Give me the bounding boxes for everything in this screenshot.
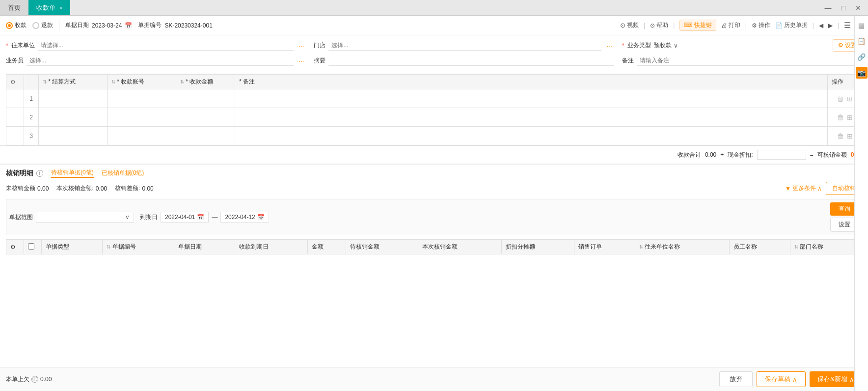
verify-info-icon[interactable]: i bbox=[36, 170, 43, 177]
toolbar: 收款 退款 单据日期 2023-03-24 📅 单据编号 SK-20230324… bbox=[0, 16, 868, 35]
history-btn[interactable]: 📄 历史单据 bbox=[775, 21, 808, 29]
row2-copy-icon[interactable]: ⊞ bbox=[847, 113, 853, 121]
filter-range-select[interactable]: ∨ bbox=[36, 212, 134, 223]
row1-copy-icon[interactable]: ⊞ bbox=[847, 95, 853, 103]
row1-settlement[interactable] bbox=[39, 89, 108, 108]
row2-settlement[interactable] bbox=[39, 108, 108, 127]
partner-input[interactable] bbox=[38, 40, 294, 51]
row1-account[interactable] bbox=[108, 89, 176, 108]
salesman-more-btn[interactable]: ··· bbox=[297, 57, 306, 65]
row2-delete-icon[interactable]: 🗑 bbox=[837, 113, 844, 121]
sub-th-discount-label: 折扣分摊额 bbox=[506, 243, 535, 250]
radio-collection[interactable]: 收款 bbox=[6, 21, 27, 29]
operation-btn[interactable]: ⚙ 操作 bbox=[752, 21, 770, 29]
remark-field: 备注 bbox=[622, 56, 862, 66]
business-type-select[interactable]: 预收款 ∨ bbox=[654, 41, 830, 50]
window-min-btn[interactable]: — bbox=[822, 3, 835, 13]
video-icon: ⊙ bbox=[620, 22, 625, 29]
save-draft-btn[interactable]: 保存草稿 ∧ bbox=[757, 371, 806, 387]
tab-collection[interactable]: 收款单 × bbox=[28, 0, 70, 15]
sub-gear-icon: ⚙ bbox=[10, 244, 16, 251]
sub-th-sales-order: 销售订单 bbox=[574, 240, 635, 254]
list-view-btn[interactable]: ☰ bbox=[844, 21, 851, 30]
row3-amount[interactable] bbox=[176, 127, 235, 145]
row2-remark[interactable] bbox=[235, 108, 828, 127]
verify-tab-pending[interactable]: 待核销单据(0笔) bbox=[51, 168, 94, 178]
save-new-label: 保存&新增 bbox=[817, 375, 847, 384]
sub-th-number-label: 单据编号 bbox=[112, 243, 136, 250]
row3-account[interactable] bbox=[108, 127, 176, 145]
sub-th-due-date: 收款到期日 bbox=[235, 240, 307, 254]
summary-input[interactable] bbox=[328, 56, 614, 66]
row1-amount[interactable] bbox=[176, 89, 235, 108]
type-radio-group: 收款 退款 bbox=[6, 21, 53, 29]
more-conditions-btn[interactable]: ▼ 更多条件 ∧ bbox=[785, 184, 822, 193]
th-settings[interactable]: ⚙ bbox=[6, 75, 24, 89]
abandon-btn[interactable]: 放弃 bbox=[719, 371, 753, 387]
filter-date-start-picker[interactable]: 2022-04-01 📅 bbox=[161, 212, 209, 223]
help-btn[interactable]: ⊙ 帮助 bbox=[650, 21, 668, 29]
nav-left-btn[interactable]: ◀ bbox=[819, 22, 823, 29]
filter-date-end-picker[interactable]: 2022-04-12 📅 bbox=[220, 212, 269, 223]
verify-header-row: ⚙ 单据类型 ⇅ 单据编号 单据日期 bbox=[6, 240, 862, 254]
row1-remark[interactable] bbox=[235, 89, 828, 108]
table-row: 1 🗑 ⊞ bbox=[6, 89, 862, 108]
sub-th-current-label: 本次核销金额 bbox=[422, 243, 458, 250]
discount-input[interactable] bbox=[757, 150, 806, 160]
verify-tab-done[interactable]: 已核销单据(0笔) bbox=[102, 169, 144, 177]
row3-settlement[interactable] bbox=[39, 127, 108, 145]
remark-input[interactable] bbox=[637, 56, 862, 66]
verify-section: 核销明细 i 待核销单据(0笔) 已核销单据(0笔) 未核销金额 0.00 本次… bbox=[0, 164, 868, 367]
toolbar-right-actions: ⊙ 视频 | ⊙ 帮助 | ⌨ 快捷键 🖨 打印 | ⚙ 操作 bbox=[620, 20, 862, 31]
filter-range-arrow: ∨ bbox=[125, 214, 130, 221]
stat-unverified: 未核销金额 0.00 bbox=[6, 184, 49, 193]
draft-arrow-icon: ∧ bbox=[792, 376, 797, 383]
verify-title-text: 核销明细 bbox=[6, 169, 33, 178]
th-settlement: ⇅ * 结算方式 bbox=[39, 75, 108, 89]
sub-th-settings[interactable]: ⚙ bbox=[6, 240, 24, 254]
th-remark: * 备注 bbox=[235, 75, 828, 89]
tab-home-label: 首页 bbox=[8, 3, 21, 12]
sidebar-doc-icon[interactable]: 📋 bbox=[856, 35, 868, 47]
remark-label: 备注 bbox=[622, 56, 634, 65]
sidebar-table-icon[interactable]: ▦ bbox=[856, 20, 868, 31]
sub-th-current: 本次核销金额 bbox=[418, 240, 502, 254]
partner-more-btn[interactable]: ··· bbox=[297, 42, 306, 50]
tab-close-icon[interactable]: × bbox=[59, 5, 62, 11]
nav-right-btn[interactable]: ▶ bbox=[828, 22, 833, 29]
radio-refund-dot bbox=[32, 22, 39, 29]
window-max-btn[interactable]: □ bbox=[839, 3, 848, 13]
date-label: 单据日期 bbox=[65, 21, 89, 29]
th-remark-label: * 备注 bbox=[239, 78, 255, 85]
tab-home[interactable]: 首页 bbox=[0, 0, 28, 15]
number-value[interactable]: SK-20230324-001 bbox=[164, 22, 212, 29]
sidebar-link-icon[interactable]: 🔗 bbox=[856, 51, 868, 63]
verify-tab-done-label: 已核销单据(0笔) bbox=[102, 169, 144, 176]
radio-refund[interactable]: 退款 bbox=[32, 21, 53, 29]
sidebar-camera-icon[interactable]: 📷 bbox=[856, 67, 868, 79]
help-icon: ⊙ bbox=[650, 22, 655, 29]
date-value[interactable]: 2023-03-24 bbox=[92, 22, 122, 29]
salesman-input[interactable] bbox=[27, 56, 294, 66]
print-btn[interactable]: 🖨 打印 bbox=[721, 21, 740, 29]
video-btn[interactable]: ⊙ 视频 bbox=[620, 21, 639, 29]
sub-th-amount: 金额 bbox=[307, 240, 346, 254]
store-input[interactable] bbox=[328, 40, 601, 51]
calendar-icon[interactable]: 📅 bbox=[125, 22, 132, 29]
row2-amount[interactable] bbox=[176, 108, 235, 127]
row3-remark[interactable] bbox=[235, 127, 828, 145]
row1-delete-icon[interactable]: 🗑 bbox=[837, 95, 844, 103]
main-area: 收款 退款 单据日期 2023-03-24 📅 单据编号 SK-20230324… bbox=[0, 16, 868, 391]
sub-checkbox-all[interactable] bbox=[28, 243, 34, 250]
shortcut-btn[interactable]: ⌨ 快捷键 bbox=[679, 20, 716, 31]
row3-copy-icon[interactable]: ⊞ bbox=[847, 132, 853, 140]
table-header-row: ⚙ ⇅ * 结算方式 ⇅ * 收款账号 ⇅ * 收款金额 bbox=[6, 75, 862, 89]
sub-th-checkbox[interactable] bbox=[24, 240, 42, 254]
bottom-info-icon[interactable]: ⓘ bbox=[31, 376, 38, 383]
row3-delete-icon[interactable]: 🗑 bbox=[837, 132, 844, 140]
sub-th-date: 单据日期 bbox=[174, 240, 235, 254]
store-more-btn[interactable]: ··· bbox=[604, 42, 614, 50]
row2-account[interactable] bbox=[108, 108, 176, 127]
th-account-label: * 收款账号 bbox=[117, 78, 144, 85]
window-close-btn[interactable]: ✕ bbox=[852, 3, 864, 13]
